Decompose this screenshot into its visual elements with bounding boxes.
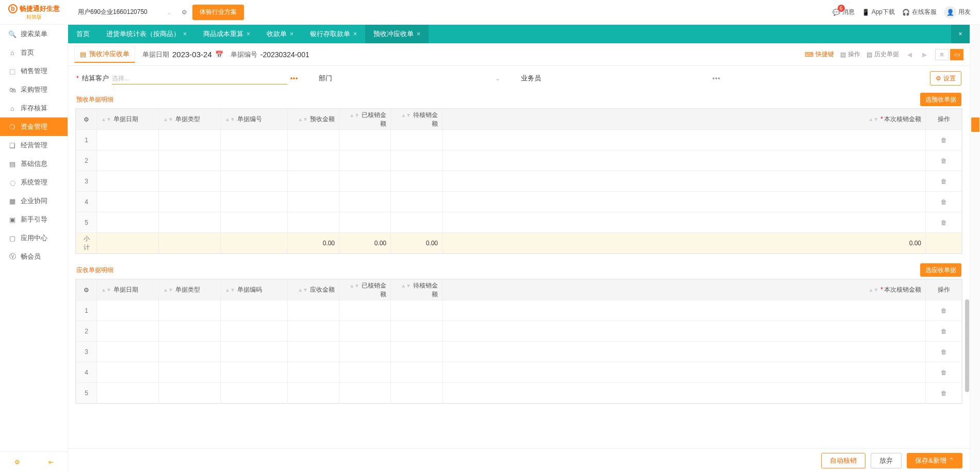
sidebar-item-guide[interactable]: ▣新手引导	[0, 210, 68, 229]
trash-icon[interactable]: 🗑	[941, 390, 947, 397]
table-row[interactable]: 1🗑	[76, 300, 962, 321]
gear-icon: ⚙	[936, 75, 941, 82]
grid2-col-amt[interactable]: ▲▼应收金额	[288, 280, 339, 300]
trash-icon[interactable]: 🗑	[941, 219, 947, 226]
pick-receivable-button[interactable]: 选应收单据	[920, 263, 961, 277]
sidebar-item-purchase[interactable]: 🛍采购管理	[0, 80, 68, 99]
sidebar-item-apps[interactable]: ▢应用中心	[0, 229, 68, 247]
table-row[interactable]: 3🗑	[76, 171, 962, 192]
sidebar-item-collab[interactable]: ▦企业协同	[0, 192, 68, 210]
sidebar-item-search[interactable]: 🔍搜索菜单	[0, 25, 68, 43]
table-row[interactable]: 4🗑	[76, 362, 962, 383]
save-new-button[interactable]: 保存&新增⌃	[907, 453, 962, 468]
close-icon[interactable]: ×	[290, 30, 293, 38]
grid2-col-type[interactable]: ▲▼单据类型	[159, 280, 221, 300]
grid1-col-date[interactable]: ▲▼单据日期	[97, 109, 159, 130]
view-card-button[interactable]: ▭	[950, 49, 963, 60]
grid2-col-verified[interactable]: ▲▼已核销金额	[339, 280, 391, 300]
table-row[interactable]: 3🗑	[76, 342, 962, 362]
next-doc-icon[interactable]: ▶	[920, 51, 929, 58]
trash-icon[interactable]: 🗑	[941, 307, 947, 314]
tab-prepay-offset[interactable]: 预收冲应收单×	[365, 25, 429, 43]
sidebar-item-vip[interactable]: Ⓥ畅会员	[0, 247, 68, 266]
sidebar-item-system[interactable]: ◌系统管理	[0, 173, 68, 192]
sidebar-item-finance[interactable]: ❍资金管理	[0, 117, 68, 136]
tenant-name: 用户690企业1660120750	[78, 8, 148, 16]
collapse-icon[interactable]: ⇤	[48, 459, 54, 466]
table-row[interactable]: 4🗑	[76, 192, 962, 212]
close-all-tabs[interactable]: ×	[951, 25, 970, 43]
sidebar-item-basic[interactable]: ▤基础信息	[0, 155, 68, 173]
tab-home[interactable]: 首页	[68, 25, 98, 43]
table-row[interactable]: 2🗑	[76, 150, 962, 171]
staff-input[interactable]	[544, 73, 709, 85]
grid2-col-date[interactable]: ▲▼单据日期	[97, 280, 159, 300]
gear-icon[interactable]: ⚙	[14, 459, 20, 466]
view-list-button[interactable]: ≡	[935, 49, 949, 60]
grid1-col-this[interactable]: ▲▼本次核销金额	[443, 109, 926, 130]
auto-verify-button[interactable]: 自动核销	[821, 453, 865, 468]
grid2-col-no[interactable]: ▲▼单据编码	[221, 280, 288, 300]
table-row[interactable]: 2🗑	[76, 321, 962, 342]
grid2-gear-header[interactable]: ⚙	[76, 280, 97, 300]
table-row[interactable]: 5🗑	[76, 212, 962, 233]
grid1-col-type[interactable]: ▲▼单据类型	[159, 109, 221, 130]
trash-icon[interactable]: 🗑	[941, 178, 947, 185]
sidebar-item-label: 经营管理	[21, 141, 47, 150]
messages[interactable]: 💬 消息 6	[832, 8, 855, 16]
close-icon[interactable]: ×	[247, 30, 250, 38]
tab-receipt[interactable]: 收款单×	[258, 25, 302, 43]
tenant-gear-icon[interactable]: ⚙	[182, 9, 187, 16]
sort-icon: ▲▼	[225, 118, 235, 121]
trash-icon[interactable]: 🗑	[941, 157, 947, 164]
online-service[interactable]: 🎧 在线客服	[902, 8, 937, 16]
pick-prepay-button[interactable]: 选预收单据	[920, 93, 961, 106]
chevron-down-icon[interactable]: ⌄	[495, 75, 500, 82]
customer-input[interactable]	[112, 73, 287, 85]
trial-button[interactable]: 体验行业方案	[192, 5, 244, 20]
trash-icon[interactable]: 🗑	[941, 137, 947, 144]
trash-icon[interactable]: 🗑	[941, 198, 947, 206]
prev-doc-icon[interactable]: ◀	[905, 51, 914, 58]
close-icon[interactable]: ×	[183, 30, 187, 38]
close-icon[interactable]: ×	[417, 30, 420, 38]
grid2-scrollbar[interactable]	[965, 299, 969, 403]
app-download[interactable]: 📱 App下载	[862, 8, 895, 16]
tab-purchase-report[interactable]: 进货单统计表（按商品）×	[98, 25, 195, 43]
grid2-col-pending[interactable]: ▲▼待核销金额	[391, 280, 443, 300]
dock-handle-icon[interactable]	[971, 117, 979, 132]
customer-picker-icon[interactable]: •••	[290, 75, 299, 82]
settings-button[interactable]: ⚙设置	[930, 71, 961, 86]
sidebar-item-sales[interactable]: ⬚销售管理	[0, 62, 68, 80]
tab-cost-recalc[interactable]: 商品成本重算×	[195, 25, 258, 43]
sidebar-item-home[interactable]: ⌂首页	[0, 43, 68, 62]
close-icon[interactable]: ×	[353, 30, 357, 38]
tenant-select[interactable]: 用户690企业1660120750 ⌄	[73, 5, 176, 20]
sidebar-item-label: 畅会员	[21, 252, 41, 261]
operate-button[interactable]: ▤操作	[840, 50, 860, 59]
shortcut-button[interactable]: ⌨快捷键	[805, 50, 834, 59]
grid1-col-verified[interactable]: ▲▼已核销金额	[339, 109, 391, 130]
tab-bank[interactable]: 银行存取款单×	[302, 25, 365, 43]
dept-input[interactable]	[335, 73, 500, 85]
history-button[interactable]: ▤历史单据	[867, 50, 899, 59]
user-menu[interactable]: 👤 用友	[944, 6, 971, 19]
trash-icon[interactable]: 🗑	[941, 328, 947, 335]
table-row[interactable]: 1🗑	[76, 130, 962, 150]
grid2-col-this[interactable]: ▲▼本次核销金额	[443, 280, 926, 300]
trash-icon[interactable]: 🗑	[941, 348, 947, 356]
calendar-icon[interactable]: 📅	[215, 50, 223, 58]
discard-button[interactable]: 放弃	[871, 453, 902, 468]
trash-icon[interactable]: 🗑	[941, 369, 947, 376]
grid2-title-row: 应收单据明细 选应收单据	[68, 261, 970, 279]
table-row[interactable]: 5🗑	[76, 383, 962, 403]
grid1-col-no[interactable]: ▲▼单据编号	[221, 109, 288, 130]
grid1-col-amt[interactable]: ▲▼预收金额	[288, 109, 339, 130]
sort-icon: ▲▼	[298, 118, 308, 121]
staff-picker-icon[interactable]: •••	[712, 75, 721, 82]
grid1-col-pending[interactable]: ▲▼待核销金额	[391, 109, 443, 130]
sidebar-item-operation[interactable]: ❏经营管理	[0, 136, 68, 155]
sidebar-item-inventory[interactable]: ⌂库存核算	[0, 99, 68, 117]
grid1-gear-header[interactable]: ⚙	[76, 109, 97, 130]
doc-date-value[interactable]: 2023-03-24	[172, 50, 212, 59]
